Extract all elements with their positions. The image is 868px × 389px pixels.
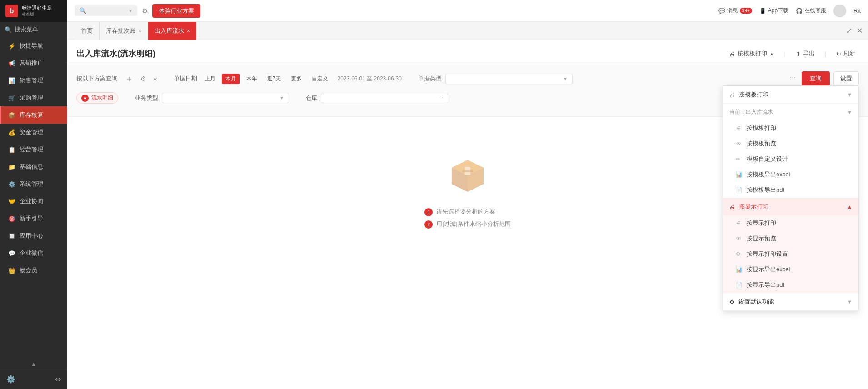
scroll-up-button[interactable]: ▲ bbox=[31, 361, 36, 367]
app-download-button[interactable]: 📱 App下载 bbox=[759, 7, 788, 15]
newbie-icon: 🎯 bbox=[8, 214, 16, 223]
template-excel-item[interactable]: 📊 按模板导出excel bbox=[723, 167, 858, 182]
sidebar-item-label: 库存核算 bbox=[20, 111, 43, 119]
message-button[interactable]: 💬 消息 99+ bbox=[718, 7, 752, 15]
tab-close-all-button[interactable]: ✕ bbox=[857, 26, 863, 35]
sidebar-item-inventory[interactable]: 📦 库存核算 bbox=[0, 106, 67, 124]
print-icon: 🖨 bbox=[729, 50, 735, 57]
template-print-item[interactable]: 🖨 按模板打印 bbox=[723, 120, 858, 136]
display-excel-item[interactable]: 📊 按显示导出excel bbox=[723, 262, 858, 277]
display-pdf-item[interactable]: 📄 按显示导出pdf bbox=[723, 277, 858, 293]
export-icon: ⬆ bbox=[796, 50, 801, 57]
date-option-7days[interactable]: 近7天 bbox=[264, 74, 285, 84]
display-print-section-header[interactable]: 🖨 按显示打印 ▲ bbox=[723, 198, 858, 215]
tabbar-actions: ⤢ ✕ bbox=[846, 26, 868, 35]
date-option-last-month[interactable]: 上月 bbox=[201, 74, 219, 84]
current-section-header[interactable]: 当前：出入库流水 ▼ bbox=[723, 104, 858, 120]
template-pdf-item[interactable]: 📄 按模板导出pdf bbox=[723, 182, 858, 198]
set-default-left: ⚙ 设置默认功能 bbox=[729, 298, 774, 306]
date-filter-group: 单据日期 上月 本月 本年 近7天 更多 自定义 2023-06-01 至 20… bbox=[174, 74, 402, 84]
export-button[interactable]: ⬆ 导出 bbox=[792, 47, 818, 60]
date-option-more[interactable]: 更多 bbox=[287, 74, 305, 84]
sidebar-item-label: 企业协同 bbox=[20, 197, 43, 205]
display-preview-label: 按显示预览 bbox=[747, 234, 776, 243]
display-print-icon: 🖨 bbox=[729, 204, 735, 210]
topbar-search-box[interactable]: 🔍 ▼ bbox=[75, 5, 137, 16]
warehouse-more-icon[interactable]: ··· bbox=[439, 95, 443, 100]
sidebar-item-system[interactable]: ⚙️ 系统管理 bbox=[0, 175, 67, 193]
date-option-this-month[interactable]: 本月 bbox=[222, 74, 240, 84]
template-print-header-left: 🖨 按模板打印 bbox=[729, 90, 768, 99]
sidebar-item-newbie[interactable]: 🎯 新手引导 bbox=[0, 210, 67, 227]
tab-flow-close[interactable]: × bbox=[187, 28, 190, 34]
user-avatar[interactable] bbox=[833, 5, 846, 17]
template-preview-item[interactable]: 👁 按模板预览 bbox=[723, 136, 858, 151]
sidebar-item-collab[interactable]: 🤝 企业协同 bbox=[0, 193, 67, 210]
biz-type-select[interactable]: ▼ bbox=[162, 93, 289, 103]
refresh-button[interactable]: ↻ 刷新 bbox=[833, 47, 859, 60]
sidebar-search[interactable]: 🔍 搜索菜单 bbox=[0, 22, 67, 37]
customer-service-label: 在线客服 bbox=[804, 7, 826, 15]
sidebar-item-basic[interactable]: 📁 基础信息 bbox=[0, 158, 67, 175]
tab-flow[interactable]: 出入库流水 × bbox=[148, 22, 197, 40]
display-print-section-label: 按显示打印 bbox=[739, 203, 768, 211]
settings-button[interactable]: 设置 bbox=[833, 71, 859, 86]
filter-settings-icon[interactable]: ⚙ bbox=[140, 75, 146, 82]
more-options-icon[interactable]: ··· bbox=[788, 71, 798, 86]
tab-restore-button[interactable]: ⤢ bbox=[846, 26, 852, 35]
filter-add-icon[interactable]: ＋ bbox=[125, 73, 133, 84]
tab-home[interactable]: 首页 bbox=[75, 22, 100, 40]
operation-icon: 📋 bbox=[8, 145, 16, 154]
template-excel-icon: 📊 bbox=[736, 171, 743, 178]
display-print-header-left: 🖨 按显示打印 bbox=[729, 203, 768, 211]
topbar-left: 🔍 ▼ ⚙ 体验行业方案 bbox=[75, 4, 200, 18]
query-button[interactable]: 查询 bbox=[802, 71, 830, 86]
sidebar-item-app-center[interactable]: 🔲 应用中心 bbox=[0, 227, 67, 244]
settings-icon[interactable]: ⚙️ bbox=[6, 375, 15, 384]
doc-type-select[interactable]: ▼ bbox=[445, 74, 573, 84]
sidebar-item-sales[interactable]: 📊 销售管理 bbox=[0, 72, 67, 89]
quick-nav-icon: ⚡ bbox=[8, 42, 16, 50]
print-chevron-up-icon: ▲ bbox=[769, 51, 774, 56]
sidebar-item-label: 销售管理 bbox=[20, 76, 43, 85]
topbar-gear-icon[interactable]: ⚙ bbox=[142, 7, 148, 15]
sidebar-item-marketing[interactable]: 📢 营销推广 bbox=[0, 55, 67, 72]
date-option-this-year[interactable]: 本年 bbox=[243, 74, 261, 84]
tab-home-label: 首页 bbox=[81, 27, 93, 35]
tab-batch[interactable]: 库存批次账 × bbox=[100, 22, 148, 40]
display-print-item[interactable]: 🖨 按显示打印 bbox=[723, 215, 858, 231]
industry-solution-button[interactable]: 体验行业方案 bbox=[152, 4, 200, 18]
tab-batch-label: 库存批次账 bbox=[106, 27, 135, 35]
customer-service-button[interactable]: 🎧 在线客服 bbox=[796, 7, 826, 15]
query-action-area: ··· 查询 设置 bbox=[788, 71, 859, 86]
current-header-left: 当前：出入库流水 bbox=[729, 108, 773, 116]
topbar: 🔍 ▼ ⚙ 体验行业方案 💬 消息 99+ 📱 App下载 🎧 在线客服 Ri bbox=[67, 0, 868, 22]
set-default-header[interactable]: ⚙ 设置默认功能 ▼ bbox=[723, 293, 858, 310]
display-settings-label: 按显示打印设置 bbox=[747, 250, 788, 258]
user-name: Rit bbox=[853, 7, 861, 14]
set-default-chevron: ▼ bbox=[847, 299, 852, 304]
sidebar-item-label: 应用中心 bbox=[20, 232, 43, 240]
sidebar-item-operation[interactable]: 📋 经营管理 bbox=[0, 141, 67, 158]
sidebar-item-label: 企业微信 bbox=[20, 249, 43, 257]
date-option-custom[interactable]: 自定义 bbox=[308, 74, 332, 84]
warehouse-select[interactable]: ··· bbox=[321, 93, 448, 103]
section-chevron-icon: ▼ bbox=[847, 92, 852, 97]
tab-batch-close[interactable]: × bbox=[138, 28, 141, 34]
topbar-search-input[interactable] bbox=[89, 8, 125, 14]
content-area: 出入库流水(流水明细) 🖨 按模板打印 ▲ | ⬆ 导出 | ↻ 刷新 bbox=[67, 40, 868, 389]
print-template-button[interactable]: 🖨 按模板打印 ▲ bbox=[726, 47, 778, 60]
filter-collapse-icon[interactable]: « bbox=[154, 75, 157, 82]
sidebar-item-member[interactable]: 👑 畅会员 bbox=[0, 262, 67, 279]
sidebar-item-purchase[interactable]: 🛒 采购管理 bbox=[0, 89, 67, 106]
display-preview-item[interactable]: 👁 按显示预览 bbox=[723, 231, 858, 246]
inventory-icon: 📦 bbox=[8, 111, 16, 119]
print-dropdown-panel: 🖨 按模板打印 ▼ 当前：出入库流水 ▼ 🖨 按模板打印 bbox=[723, 85, 859, 311]
display-print-settings-item[interactable]: ⚙ 按显示打印设置 bbox=[723, 246, 858, 262]
template-print-section-header[interactable]: 🖨 按模板打印 ▼ bbox=[723, 86, 858, 103]
sidebar-item-weixin[interactable]: 💬 企业微信 bbox=[0, 244, 67, 262]
collapse-sidebar-icon[interactable]: ⇔ bbox=[55, 375, 61, 384]
sidebar-item-quick-nav[interactable]: ⚡ 快捷导航 bbox=[0, 37, 67, 55]
template-custom-item[interactable]: ✏ 模板自定义设计 bbox=[723, 151, 858, 167]
sidebar-item-finance[interactable]: 💰 资金管理 bbox=[0, 124, 67, 141]
